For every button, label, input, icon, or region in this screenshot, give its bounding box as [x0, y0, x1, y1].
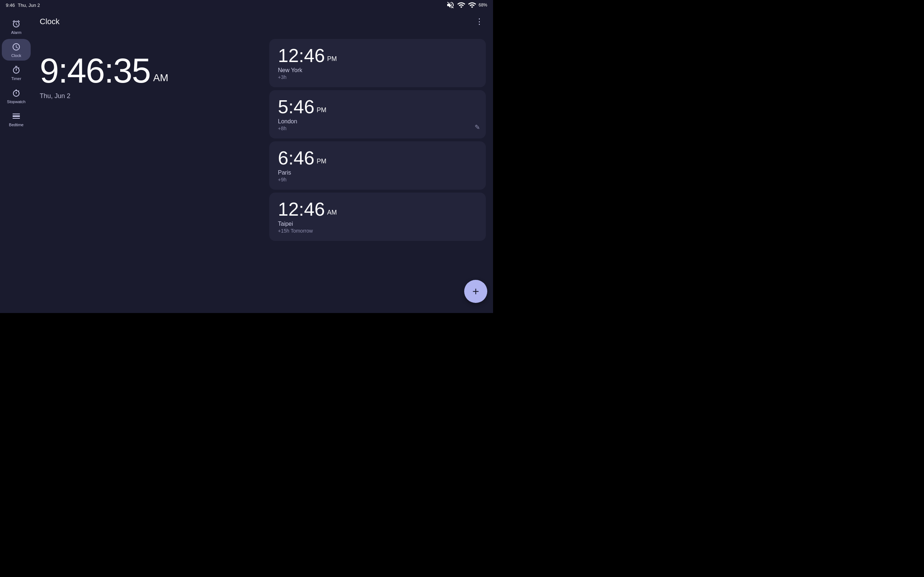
world-clock-offset: +15h Tomorrow: [278, 228, 477, 234]
world-clock-offset: +3h: [278, 74, 477, 80]
status-bar-left: 9:46 Thu, Jun 2: [6, 3, 40, 8]
signal-icon: [457, 1, 465, 10]
main-content: Clock ⋮ 9:46:35 AM Thu, Jun 2 12:46 PM: [32, 10, 493, 313]
sidebar-item-timer[interactable]: Timer: [2, 62, 31, 84]
status-bar: 9:46 Thu, Jun 2 68%: [0, 0, 493, 10]
world-clock-ampm: PM: [317, 158, 326, 167]
world-clock-card: 12:46 PM New York +3h: [269, 39, 486, 87]
status-bar-right: 68%: [446, 1, 487, 10]
world-clock-offset: +8h: [278, 126, 477, 131]
world-clock-city: Taipei: [278, 221, 477, 227]
bedtime-label: Bedtime: [9, 122, 23, 127]
world-clock-ampm: AM: [327, 209, 337, 219]
timer-icon: [11, 65, 21, 75]
status-date: Thu, Jun 2: [18, 3, 40, 8]
world-clock-city: New York: [278, 67, 477, 74]
sidebar-item-clock[interactable]: Clock: [2, 39, 31, 61]
status-time: 9:46: [6, 3, 15, 8]
stopwatch-icon: [11, 88, 21, 98]
sidebar: Alarm Clock Timer: [0, 10, 32, 313]
world-clock-time-text: 12:46: [278, 46, 325, 65]
world-clock-card: 5:46 PM London +8h ✎: [269, 90, 486, 139]
local-time-text: 9:46:35: [40, 53, 150, 88]
page-title: Clock: [40, 17, 60, 26]
local-time-display: 9:46:35 AM: [40, 53, 262, 88]
clock-icon: [11, 42, 21, 52]
sidebar-item-stopwatch[interactable]: Stopwatch: [2, 85, 31, 107]
wifi-icon: [468, 1, 477, 10]
world-clock-ampm: PM: [327, 55, 337, 65]
world-clock-time-text: 6:46: [278, 148, 314, 167]
world-clocks-panel: 12:46 PM New York +3h 5:46 PM London +8h…: [269, 39, 486, 307]
world-clock-card: 12:46 AM Taipei +15h Tomorrow: [269, 193, 486, 241]
timer-label: Timer: [11, 76, 21, 81]
world-clock-time-text: 12:46: [278, 200, 325, 219]
world-clock-city: London: [278, 118, 477, 125]
add-city-button[interactable]: +: [464, 280, 487, 303]
world-clock-offset: +9h: [278, 177, 477, 182]
overflow-menu-icon: ⋮: [475, 17, 483, 26]
edit-icon[interactable]: ✎: [475, 123, 480, 131]
app-header: Clock ⋮: [32, 10, 493, 33]
overflow-menu-button[interactable]: ⋮: [473, 15, 486, 28]
world-clock-time-display: 12:46 AM: [278, 200, 477, 219]
world-clock-ampm: PM: [317, 106, 326, 116]
alarm-icon: [11, 19, 21, 29]
world-clock-city: Paris: [278, 169, 477, 176]
world-clock-time-display: 12:46 PM: [278, 46, 477, 65]
sidebar-item-alarm[interactable]: Alarm: [2, 16, 31, 37]
alarm-label: Alarm: [11, 30, 22, 35]
add-icon: +: [472, 285, 479, 297]
world-clock-time-display: 5:46 PM: [278, 97, 477, 116]
clock-label: Clock: [11, 53, 21, 58]
clock-body: 9:46:35 AM Thu, Jun 2 12:46 PM New York …: [32, 33, 493, 313]
world-clock-time-text: 5:46: [278, 97, 314, 116]
sidebar-item-bedtime[interactable]: Bedtime: [2, 108, 31, 130]
app-container: Alarm Clock Timer: [0, 10, 493, 313]
battery-level: 68%: [478, 3, 487, 8]
local-time-ampm: AM: [153, 72, 168, 88]
muted-icon: [446, 1, 455, 10]
bedtime-icon: [11, 111, 21, 121]
local-time-panel: 9:46:35 AM Thu, Jun 2: [40, 39, 262, 307]
stopwatch-label: Stopwatch: [7, 100, 25, 104]
world-clock-time-display: 6:46 PM: [278, 148, 477, 167]
world-clock-card: 6:46 PM Paris +9h: [269, 141, 486, 190]
local-date: Thu, Jun 2: [40, 92, 262, 100]
